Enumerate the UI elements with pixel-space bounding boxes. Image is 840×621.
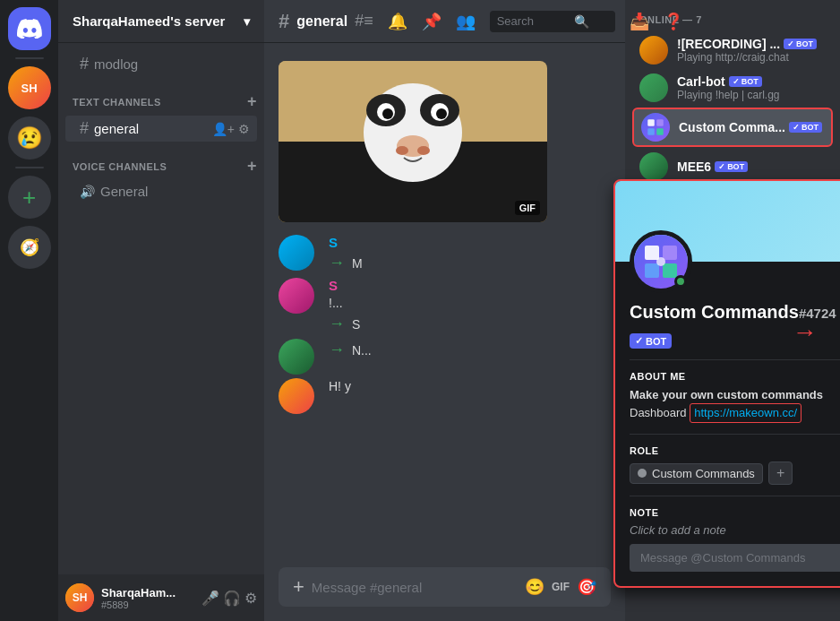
dashboard-link[interactable]: https://makeown.cc/	[690, 403, 801, 423]
svg-rect-14	[645, 263, 659, 278]
username-label: SharqaHam...	[101, 586, 194, 599]
volume-icon: 🔊	[80, 185, 95, 199]
server-icon-sharqa[interactable]: SH	[8, 66, 51, 109]
hash-icon-general: #	[80, 119, 89, 138]
pinned-icon[interactable]: 📌	[422, 12, 441, 31]
channel-item-general[interactable]: # general 👤+ ⚙	[65, 116, 257, 142]
bot-badge-mee6: ✓BOT	[715, 161, 748, 172]
member-avatar-customcommands	[641, 113, 670, 142]
member-item-carlbot[interactable]: Carl-bot ✓BOT Playing !help | carl.gg	[632, 70, 833, 106]
server-divider	[15, 57, 44, 59]
search-bar[interactable]: 🔍	[490, 11, 615, 32]
header-actions: #≡ 🔔 📌 👥 🔍 📥 ❓	[355, 11, 683, 32]
user-controls: 🎤 🎧 ⚙	[201, 590, 257, 607]
channel-list: # modlog Text Channels + # general 👤+ ⚙ …	[58, 43, 264, 574]
profile-avatar-container	[630, 230, 692, 293]
arrow-1: →	[329, 254, 345, 272]
note-title: NOTE	[630, 507, 840, 518]
svg-rect-18	[656, 119, 664, 126]
profile-body: Custom Commands#4724 ✓ BOT ABOUT ME Make…	[615, 262, 840, 586]
member-status-recording: Playing http://craig.chat	[677, 51, 826, 64]
svg-point-11	[417, 146, 430, 155]
chat-input-area: + 😊 GIF 🎯	[264, 567, 625, 621]
user-settings-icon[interactable]: ⚙	[244, 590, 257, 607]
channel-name-general: general	[94, 121, 139, 136]
server-icon-emoji1[interactable]: 😢	[8, 116, 51, 160]
add-message-icon[interactable]: +	[293, 575, 304, 599]
member-name-carlbot: Carl-bot	[677, 74, 725, 89]
chat-input-box: + 😊 GIF 🎯	[279, 567, 611, 607]
gif-badge: GIF	[515, 201, 540, 215]
user-area: SH SharqaHam... #5889 🎤 🎧 ⚙	[58, 574, 264, 621]
chat-message-input[interactable]	[312, 580, 518, 595]
svg-rect-20	[656, 128, 664, 135]
bot-badge-customcommands: ✓BOT	[789, 122, 822, 133]
role-dot	[638, 469, 647, 478]
hash-icon-modlog: #	[80, 55, 89, 73]
message-row-3: → N...	[264, 337, 625, 376]
member-item-customcommands[interactable]: Custom Comma... ✓BOT	[632, 108, 833, 147]
msg-content-2: S !... → S	[329, 278, 611, 335]
current-user-avatar: SH	[65, 583, 94, 612]
user-info: SharqaHam... #5889	[101, 586, 194, 610]
voice-channel-name: General	[100, 184, 148, 199]
msg-text-3: → N...	[329, 339, 611, 361]
add-member-icon[interactable]: 👤+	[212, 122, 235, 136]
channel-actions: 👤+ ⚙	[212, 122, 250, 136]
bot-badge: ✓ BOT	[630, 333, 672, 349]
message-row-2: S !... → S	[264, 276, 625, 337]
inbox-icon[interactable]: 📥	[630, 12, 649, 31]
svg-rect-15	[663, 263, 677, 278]
threads-icon[interactable]: #≡	[355, 12, 373, 30]
role-add-button[interactable]: +	[768, 461, 793, 485]
profile-divider-3	[630, 496, 840, 496]
category-voice-channels: Voice Channels +	[58, 142, 264, 179]
arrow-annotation: ←	[793, 318, 818, 347]
profile-divider-2	[630, 434, 840, 435]
svg-rect-13	[663, 246, 677, 260]
gif-icon[interactable]: GIF	[552, 581, 570, 593]
profile-message-input[interactable]: Message @Custom Commands	[630, 544, 840, 572]
channel-name-modlog: modlog	[94, 56, 138, 72]
discord-icon[interactable]	[8, 7, 51, 50]
msg-text-1: → M	[329, 252, 611, 274]
svg-point-16	[656, 257, 665, 266]
member-info-recording: ![RECORDING] ... ✓BOT Playing http://cra…	[677, 37, 826, 64]
member-name-recording: ![RECORDING] ...	[677, 37, 780, 51]
notifications-icon[interactable]: 🔔	[388, 12, 407, 31]
bot-checkmark: ✓	[635, 335, 643, 347]
settings-icon[interactable]: ⚙	[238, 122, 250, 136]
member-name-mee6: MEE6	[677, 160, 711, 174]
server-header[interactable]: SharqaHameed's server ▾	[58, 0, 264, 43]
server-sidebar: SH 😢 + 🧭	[0, 0, 58, 621]
add-voice-channel-button[interactable]: +	[247, 157, 257, 176]
members-icon[interactable]: 👥	[456, 12, 476, 31]
emoji-icon[interactable]: 😊	[525, 577, 544, 597]
app: SH 😢 + 🧭 SharqaHameed's server ▾ # modlo…	[0, 0, 840, 621]
profile-popup: Custom Commands#4724 ✓ BOT ABOUT ME Make…	[613, 179, 840, 588]
add-server-button[interactable]: +	[8, 176, 51, 219]
headset-icon[interactable]: 🎧	[223, 590, 241, 607]
channel-sidebar: SharqaHameed's server ▾ # modlog Text Ch…	[58, 0, 264, 621]
msg-header-1: S	[329, 235, 611, 250]
microphone-icon[interactable]: 🎤	[201, 590, 219, 607]
about-me-title: ABOUT ME	[630, 371, 840, 382]
bot-badge-recording: ✓BOT	[784, 39, 817, 49]
help-icon[interactable]: ❓	[664, 12, 683, 31]
note-field[interactable]: Click to add a note	[630, 523, 840, 537]
search-input[interactable]	[497, 14, 569, 28]
sticker-icon[interactable]: 🎯	[577, 577, 596, 597]
msg-content-1: S → M	[329, 235, 611, 274]
msg-text-2b: → S	[329, 313, 611, 335]
discover-icon[interactable]: 🧭	[8, 226, 51, 269]
msg-text-4: H! y	[329, 378, 611, 396]
channel-item-modlog[interactable]: # modlog	[65, 51, 257, 77]
online-status-dot	[674, 275, 687, 288]
channel-item-general-voice[interactable]: 🔊 General	[65, 180, 257, 203]
main-chat: # general #≡ 🔔 📌 👥 🔍 📥 ❓	[264, 0, 625, 621]
add-text-channel-button[interactable]: +	[247, 92, 257, 111]
user-tag-label: #5889	[101, 599, 194, 610]
member-item-recording[interactable]: ![RECORDING] ... ✓BOT Playing http://cra…	[632, 32, 833, 68]
profile-divider-1	[630, 359, 840, 360]
role-row: Custom Commands +	[630, 461, 840, 485]
